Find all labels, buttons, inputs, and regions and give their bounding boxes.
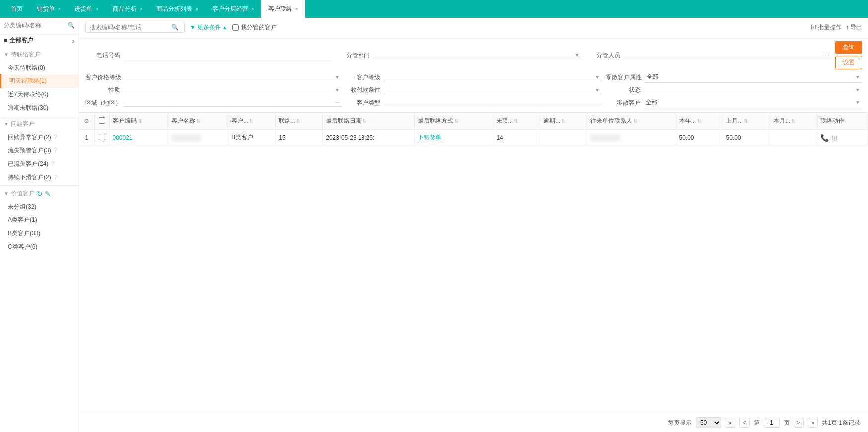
col-this-year: 本年... ⇅	[676, 113, 723, 130]
search-bar-right: ☑ 批量操作 ↑ 导出	[811, 23, 862, 32]
customer-type-select[interactable]	[383, 102, 602, 104]
filter-row-2: 客户价格等级 ▼ 客户等级 ▼ 零散客户属性 全部	[85, 72, 862, 83]
nav-product-analysis[interactable]: 商品分析 ×	[106, 0, 149, 18]
sidebar-continuous-down[interactable]: 持续下滑客户(2) ?	[0, 171, 79, 184]
filter-icon: ▼	[190, 24, 196, 31]
nav-purchase[interactable]: 进货单 ×	[68, 0, 105, 18]
nav-product-list[interactable]: 商品分析列表 ×	[149, 0, 205, 18]
col-this-month: 本月... ⇅	[770, 113, 817, 130]
sidebar-class-b[interactable]: B类客户(33)	[0, 227, 79, 240]
reset-button[interactable]: 设置	[835, 56, 862, 69]
col-name: 客户名称 ⇅	[168, 113, 228, 130]
sidebar-search-icon[interactable]: 🔍	[68, 22, 75, 29]
payment-select[interactable]: ▼	[383, 86, 602, 94]
sidebar: 🔍 ■ 全部客户 « ▼ 待联络客户 今天待联络(0) 明天待联络(1) 近7天…	[0, 18, 79, 432]
col-last-month: 上月... ⇅	[723, 113, 770, 130]
sidebar-search-input[interactable]	[4, 22, 66, 29]
manager-select[interactable]: ···	[623, 51, 831, 59]
next-page-button[interactable]: >	[794, 418, 804, 428]
batch-operation-button[interactable]: ☑ 批量操作	[811, 23, 842, 32]
sidebar-today-contact[interactable]: 今天待联络(0)	[0, 61, 79, 74]
search-icon[interactable]: 🔍	[171, 24, 179, 31]
nav-product-analysis-close[interactable]: ×	[140, 6, 143, 12]
nav-sales[interactable]: 销货单 ×	[30, 0, 68, 18]
nav-customer-tier[interactable]: 客户分层经营 ×	[206, 0, 261, 18]
sort-overdue-icon: ⇅	[561, 118, 565, 124]
action-phone-icon[interactable]: 📞	[820, 134, 829, 142]
sidebar-value-header: ▼ 价值客户 ↻ ✎	[0, 187, 79, 200]
pagination-bar: 每页显示 50 100 200 « < 第 页 > » 共1页 1条记录	[79, 413, 868, 432]
action-grid-icon[interactable]: ⊞	[832, 134, 838, 142]
price-level-select[interactable]: ▼	[124, 73, 342, 81]
filter-gender: 性质 ▼	[85, 86, 342, 94]
filter-customer-type: 客户类型	[346, 99, 602, 107]
search-input-wrap: 🔍	[85, 22, 185, 33]
phone-input[interactable]	[123, 51, 331, 60]
search-input[interactable]	[90, 24, 169, 31]
status-chevron: ▼	[855, 87, 860, 93]
row-select-checkbox-1[interactable]	[99, 134, 105, 140]
sidebar-all-customers[interactable]: ■ 全部客户 «	[0, 33, 79, 48]
search-bar: 🔍 ▼ 更多条件 ▲ 我分管的客户 ☑ 批量操作 ↑ 导出	[79, 18, 868, 37]
sidebar-class-a[interactable]: A类客户(1)	[0, 214, 79, 227]
sidebar-already-lost[interactable]: 已流失客户(24) ?	[0, 157, 79, 171]
sort-code-icon: ⇅	[138, 118, 142, 124]
row-checkbox-1	[94, 130, 109, 145]
sort-contacts-icon: ⇅	[296, 118, 300, 124]
page-number-input[interactable]	[764, 418, 780, 428]
first-page-button[interactable]: «	[725, 418, 735, 428]
sidebar-ungrouped[interactable]: 未分组(32)	[0, 200, 79, 214]
region-select[interactable]: ···	[124, 99, 342, 107]
nav-home[interactable]: 首页	[4, 0, 30, 18]
row-last-month-1: 50.00	[723, 130, 770, 145]
nav-customer-contact-close[interactable]: ×	[295, 6, 298, 12]
sidebar-search-wrap: 🔍	[0, 18, 79, 33]
filter-row-1: 电话号码 分管部门 ▼ 分管人员 ···	[85, 41, 862, 69]
sidebar-lost-warning[interactable]: 流失预警客户(3) ?	[0, 144, 79, 157]
per-page-select[interactable]: 50 100 200	[696, 417, 721, 428]
sidebar-tomorrow-contact[interactable]: 明天待联络(1)	[0, 74, 79, 88]
sidebar-week-contact[interactable]: 近7天待联络(0)	[0, 88, 79, 101]
sidebar-overdue-contact[interactable]: 逾期未联络(30)	[0, 101, 79, 115]
customer-level-chevron: ▼	[595, 74, 600, 80]
filter-row-3: 性质 ▼ 收付款条件 ▼ 状态	[85, 86, 862, 94]
col-last-type: 最后联络方式 ⇅	[415, 113, 493, 130]
sort-lm-icon: ⇅	[744, 118, 748, 124]
status-select[interactable]: ▼	[644, 86, 862, 94]
export-button[interactable]: ↑ 导出	[846, 23, 862, 32]
row-code-1[interactable]: 000021	[109, 130, 168, 145]
nav-customer-tier-close[interactable]: ×	[251, 6, 254, 12]
nav-sales-close[interactable]: ×	[58, 6, 61, 12]
sidebar-class-c[interactable]: C类客户(6)	[0, 240, 79, 254]
col-overdue: 逾期... ⇅	[540, 113, 587, 130]
sidebar-repeat-abnormal[interactable]: 回购异常客户(2) ?	[0, 131, 79, 144]
last-contact-link-1[interactable]: 下销货单	[418, 134, 441, 141]
dept-select[interactable]: ▼	[373, 51, 581, 59]
gender-select[interactable]: ▼	[123, 86, 342, 94]
retail-customer-select[interactable]: 全部 ▼	[644, 97, 862, 108]
sort-type-icon: ⇅	[249, 118, 253, 124]
customer-level-select[interactable]: ▼	[383, 73, 602, 81]
batch-icon: ☑	[811, 24, 816, 31]
nav-purchase-close[interactable]: ×	[95, 6, 98, 12]
prev-page-button[interactable]: <	[739, 418, 750, 428]
retail-customer-chevron: ▼	[855, 100, 860, 105]
nav-customer-contact[interactable]: 客户联络 ×	[261, 0, 305, 18]
my-customer-checkbox[interactable]	[232, 24, 239, 31]
last-page-button[interactable]: »	[808, 418, 818, 428]
col-not-contacted: 未联... ⇅	[493, 113, 540, 130]
filter-status: 状态 ▼	[606, 86, 862, 94]
col-unit-contact: 往来单位联系人 ⇅	[587, 113, 676, 130]
retail-attr-chevron: ▼	[855, 74, 860, 80]
more-filter-button[interactable]: ▼ 更多条件 ▲	[190, 23, 227, 32]
select-all-checkbox[interactable]	[99, 117, 105, 124]
customer-table: ⚙ 客户编码 ⇅ 客户名称	[79, 113, 868, 145]
query-button[interactable]: 查询	[835, 41, 862, 54]
retail-attr-select[interactable]: 全部 ▼	[645, 72, 862, 83]
table-gear-col[interactable]: ⚙	[79, 113, 94, 130]
filter-retail-customer: 零散客户 全部 ▼	[606, 97, 862, 108]
sort-type2-icon: ⇅	[454, 118, 458, 124]
content-area: 🔍 ▼ 更多条件 ▲ 我分管的客户 ☑ 批量操作 ↑ 导出	[79, 18, 868, 432]
nav-product-list-close[interactable]: ×	[195, 6, 198, 12]
filter-phone: 电话号码	[85, 51, 331, 60]
